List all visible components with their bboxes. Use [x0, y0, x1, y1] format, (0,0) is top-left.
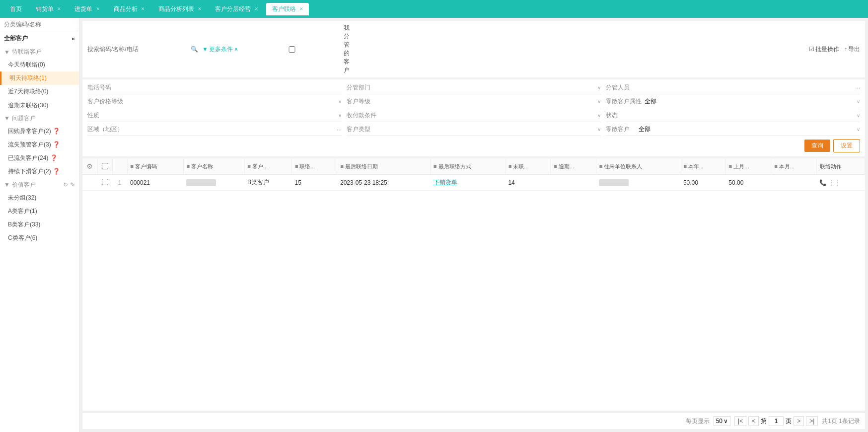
- sidebar-item-abnormal[interactable]: 回购异常客户(2) ❓: [0, 125, 79, 138]
- close-icon[interactable]: ×: [299, 5, 303, 12]
- right-actions: ☑ 批量操作 ↑ 导出: [809, 45, 860, 54]
- sidebar-search-input[interactable]: [4, 21, 78, 28]
- sidebar-item-warning[interactable]: 流失预警客户(3) ❓: [0, 138, 79, 151]
- sidebar-item-b-class[interactable]: B类客户(33): [0, 218, 79, 231]
- per-page-select[interactable]: 50 ∨: [714, 416, 730, 426]
- last-contact-link[interactable]: 下销货单: [434, 179, 457, 186]
- sidebar-item-overdue[interactable]: 逾期未联络(30): [0, 99, 79, 112]
- nav-home[interactable]: 首页: [4, 3, 28, 15]
- filter-status-select[interactable]: ∨: [639, 113, 860, 118]
- row-this-month: [771, 175, 816, 191]
- sidebar-item-ungroup[interactable]: 未分组(32): [0, 191, 79, 205]
- my-customers-checkbox-label[interactable]: 我分管的客户: [242, 24, 287, 74]
- collapse-icon[interactable]: «: [72, 35, 75, 42]
- triangle-icon: ▼: [4, 115, 10, 122]
- filter-region-select[interactable]: ···: [126, 126, 342, 133]
- filter-payment-select[interactable]: ∨: [379, 113, 601, 118]
- row-select-checkbox[interactable]: [102, 179, 108, 185]
- filter-retail-customer-select[interactable]: 全部 ∨: [639, 125, 860, 134]
- close-icon[interactable]: ×: [255, 5, 258, 12]
- filter-price-level-select[interactable]: ∨: [126, 99, 342, 104]
- filter-manager-label: 分管人员: [606, 83, 636, 92]
- col-this-year-header: ≡ 本年...: [680, 158, 725, 175]
- nav-customer-contact[interactable]: 客户联络 ×: [266, 3, 309, 15]
- last-page-button[interactable]: >|: [806, 416, 818, 426]
- chevron-down-icon: ∨: [597, 113, 601, 118]
- filter-nature-select[interactable]: ∨: [120, 113, 342, 118]
- sidebar-item-today[interactable]: 今天待联络(0): [0, 58, 79, 72]
- nav-customer-tier[interactable]: 客户分层经营 ×: [209, 3, 264, 15]
- export-button[interactable]: ↑ 导出: [844, 45, 860, 54]
- group-pending-contact[interactable]: ▼ 待联络客户: [0, 46, 79, 58]
- close-icon[interactable]: ×: [57, 5, 61, 12]
- nav-sales[interactable]: 销货单 ×: [30, 3, 67, 15]
- nav-product-analysis-list[interactable]: 商品分析列表 ×: [152, 3, 207, 15]
- filter-region: 区域（地区） ···: [87, 125, 342, 136]
- next-page-button[interactable]: >: [794, 416, 804, 426]
- nav-product-analysis[interactable]: 商品分析 ×: [108, 3, 150, 15]
- sidebar-item-7days[interactable]: 近7天待联络(0): [0, 85, 79, 98]
- sidebar-item-declining[interactable]: 持续下滑客户(2) ❓: [0, 165, 79, 178]
- all-customers-title[interactable]: 全部客户 «: [0, 31, 79, 46]
- gear-icon[interactable]: ⚙: [86, 162, 93, 170]
- filter-phone-input[interactable]: [120, 84, 342, 91]
- col-last-contact-method-header: ≡ 最后联络方式: [431, 158, 506, 175]
- sidebar-item-c-class[interactable]: C类客户(6): [0, 231, 79, 245]
- close-icon[interactable]: ×: [96, 5, 100, 12]
- search-input[interactable]: [87, 46, 187, 53]
- filter-status-label: 状态: [606, 111, 636, 120]
- filter-retail-attr-select[interactable]: 全部 ∨: [645, 97, 860, 106]
- setting-button[interactable]: 设置: [833, 139, 860, 152]
- filter-dept-select[interactable]: ∨: [379, 85, 601, 90]
- search-button[interactable]: 🔍: [191, 46, 198, 53]
- batch-op-button[interactable]: ☑ 批量操作: [809, 45, 839, 54]
- nav-purchase[interactable]: 进货单 ×: [69, 3, 105, 15]
- select-all-checkbox[interactable]: [102, 163, 108, 169]
- filter-customer-level-select[interactable]: ∨: [379, 99, 601, 104]
- prev-page-button[interactable]: <: [748, 416, 759, 426]
- pagination: |< < 第 页 > >|: [734, 416, 818, 426]
- filter-phone-label: 电话号码: [87, 83, 117, 92]
- close-icon[interactable]: ×: [141, 5, 145, 12]
- chevron-down-icon: ∨: [597, 99, 601, 104]
- filter-nature-label: 性质: [87, 111, 117, 120]
- more-filter-button[interactable]: ▼ 更多条件 ∧: [202, 45, 238, 54]
- group-problem-customers[interactable]: ▼ 问题客户: [0, 112, 79, 125]
- row-action-grid-icon[interactable]: ⋮⋮: [829, 179, 841, 186]
- col-customer-name-header: ≡ 客户名称: [183, 158, 244, 175]
- page-number-input[interactable]: [769, 416, 784, 426]
- sidebar-item-lost[interactable]: 已流失客户(24) ❓: [0, 151, 79, 165]
- row-customer-name: [183, 175, 244, 191]
- filter-manager-select[interactable]: ···: [639, 84, 860, 91]
- filter-actions: 查询 设置: [606, 139, 860, 152]
- col-index-header: [112, 158, 127, 175]
- sidebar-item-a-class[interactable]: A类客户(1): [0, 205, 79, 218]
- customer-table: ⚙ ≡ 客户编码 ≡ 客户名称 ≡ 客户... ≡ 联络... ≡ 最后联络日期…: [82, 158, 865, 191]
- table-row: 1 000021 B类客户 15 2023-05-23 18:25: 下销货单 …: [82, 175, 865, 191]
- row-action: 📞 ⋮⋮: [816, 175, 865, 191]
- content-area: 🔍 ▼ 更多条件 ∧ 我分管的客户 ☑ 批量操作 ↑ 导出: [79, 18, 868, 432]
- page-label: 第: [761, 417, 767, 426]
- group-value-customers[interactable]: ▼ 价值客户 ↻ ✎: [0, 179, 79, 191]
- query-button[interactable]: 查询: [804, 140, 830, 152]
- filter-nature: 性质 ∨: [87, 111, 342, 122]
- edit-icon[interactable]: ✎: [70, 181, 75, 188]
- sidebar-item-tomorrow[interactable]: 明天待联络(1): [0, 72, 79, 85]
- table-footer: 每页显示 50 ∨ |< < 第 页 > >| 共1页 1条记录: [82, 413, 865, 429]
- col-gear: ⚙: [82, 158, 97, 175]
- chevron-down-icon: ∨: [597, 85, 601, 90]
- chevron-down-icon: ∨: [857, 127, 860, 132]
- first-page-button[interactable]: |<: [734, 416, 746, 426]
- my-customers-checkbox[interactable]: [242, 46, 342, 53]
- refresh-icon[interactable]: ↻: [63, 181, 68, 188]
- row-index: 1: [112, 175, 127, 191]
- row-action-phone-icon[interactable]: 📞: [819, 179, 827, 186]
- filter-dept-label: 分管部门: [347, 83, 376, 92]
- filter-customer-type-select[interactable]: ∨: [379, 127, 601, 132]
- close-icon[interactable]: ×: [198, 5, 201, 12]
- row-customer-code: 000021: [127, 175, 183, 191]
- filter-phone: 电话号码: [87, 83, 342, 94]
- dots-icon: ···: [337, 126, 342, 133]
- chevron-down-icon: ∨: [857, 99, 860, 104]
- filter-customer-type-label: 客户类型: [347, 125, 376, 134]
